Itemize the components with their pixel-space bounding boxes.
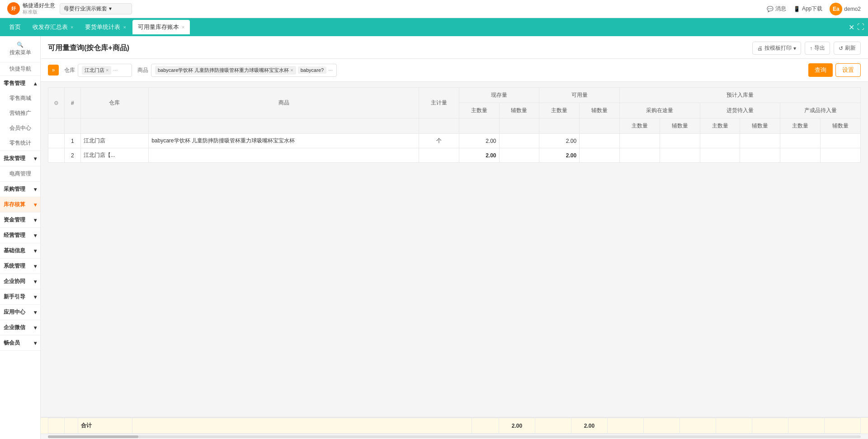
tab-order[interactable]: 要货单统计表 × (80, 20, 131, 34)
search-menu-button[interactable]: 🔍 搜索菜单 (4, 40, 37, 58)
wecom-section-header[interactable]: 企业微信 ▾ (0, 320, 40, 335)
th-stock-main: 主数量 (459, 103, 499, 118)
sidebar-section-wecom: 企业微信 ▾ (0, 320, 40, 335)
inventory-table: ⚙ # 仓库 商品 主计量 现存量 可用量 预计入库量 主数量 辅数量 主数量 (48, 87, 861, 163)
user-profile[interactable]: Ea demo2 (830, 3, 861, 15)
row1-avail-main: 2.00 (539, 134, 580, 148)
row2-purchase-main (620, 148, 660, 163)
sidebar-section-basic: 基础信息 ▾ (0, 243, 40, 259)
warehouse-tag-value: 江北门店 (85, 67, 104, 74)
product-filter-group: 商品 babycare学饮杯 儿童防摔防撞吸管杯重力球吸嘴杯宝宝水杯 × bab… (137, 64, 337, 77)
row2-incoming-main (700, 148, 740, 163)
logo-icon: 好 (7, 2, 20, 15)
nav-tabs: 首页 收发存汇总表 × 要货单统计表 × 可用量库存账本 × ✕ ⛶ (0, 18, 868, 36)
footer-stock-main: 2.00 (499, 418, 535, 434)
th-index: # (65, 88, 81, 118)
th-purchase-aux: 辅数量 (660, 118, 700, 134)
warehouse-tag-close[interactable]: × (106, 67, 108, 73)
tab-inventory[interactable]: 可用量库存账本 × (132, 20, 190, 34)
warehouse-filter-group: 仓库 江北门店 × ··· (64, 64, 132, 77)
finance-section-label: 资金管理 (4, 216, 25, 224)
basic-section-header[interactable]: 基础信息 ▾ (0, 243, 40, 258)
sidebar: 🔍 搜索菜单 快捷导航 零售管理 ▴ 零售商城 营销推广 会员中心 零售统计 批… (0, 36, 41, 439)
sidebar-section-retail: 零售管理 ▴ 零售商城 营销推广 会员中心 零售统计 (0, 76, 40, 151)
close-tab-icon[interactable]: ✕ (849, 23, 854, 32)
sidebar-section-appstore: 应用中心 ▾ (0, 305, 40, 320)
print-icon: 🖨 (757, 45, 763, 52)
top-bar: 好 畅捷通好生意 标准版 母婴行业演示账套 ▾ 💬 消息 📱 App下载 Ea … (0, 0, 868, 18)
scroll-thumb[interactable] (48, 435, 138, 438)
tenant-selector[interactable]: 母婴行业演示账套 ▾ (60, 3, 132, 14)
purchase-section-header[interactable]: 采购管理 ▾ (0, 182, 40, 197)
print-chevron-icon: ▾ (793, 45, 796, 52)
footer-table: 合计 2.00 2.00 (48, 418, 861, 434)
purchase-section-label: 采购管理 (4, 185, 25, 193)
system-section-label: 系统管理 (4, 262, 25, 270)
table-settings-icon[interactable]: ⚙ (54, 100, 59, 106)
row2-warehouse: 江北门店【... (80, 148, 148, 163)
app-download-button[interactable]: 📱 App下载 (793, 5, 822, 13)
tab-home-label: 首页 (9, 23, 21, 31)
th-empty7 (499, 118, 539, 134)
page-header-actions: 🖨 按模板打印 ▾ ↑ 导出 ↺ 刷新 (752, 42, 861, 55)
tab-home[interactable]: 首页 (4, 20, 26, 34)
print-button[interactable]: 🖨 按模板打印 ▾ (752, 42, 801, 55)
product-tag2-value: babycare? (301, 67, 324, 73)
refresh-button[interactable]: ↺ 刷新 (834, 42, 861, 55)
row1-warehouse: 江北门店 (80, 134, 148, 148)
th-avail-aux: 辅数量 (580, 103, 620, 118)
query-button[interactable]: 查询 (808, 63, 833, 77)
purchase-chevron-icon: ▾ (34, 186, 37, 193)
newbie-section-header[interactable]: 新手引导 ▾ (0, 289, 40, 304)
tab-inventory-close[interactable]: × (182, 24, 184, 30)
sidebar-search-area: 🔍 搜索菜单 (0, 36, 40, 62)
scroll-track[interactable] (48, 435, 861, 438)
system-section-header[interactable]: 系统管理 ▾ (0, 259, 40, 274)
sidebar-item-ecommerce[interactable]: 电商管理 (0, 166, 40, 181)
th-empty6 (459, 118, 499, 134)
sidebar-item-retail-mall[interactable]: 零售商城 (0, 91, 40, 106)
retail-section-header[interactable]: 零售管理 ▴ (0, 76, 40, 91)
filter-expand-button[interactable]: » (48, 65, 59, 76)
warehouse-filter-input[interactable]: 江北门店 × ··· (78, 64, 132, 77)
product-filter-input[interactable]: babycare学饮杯 儿童防摔防撞吸管杯重力球吸嘴杯宝宝水杯 × babyca… (151, 64, 337, 77)
sidebar-item-members[interactable]: 会员中心 (0, 121, 40, 136)
warehouse-more-icon[interactable]: ··· (113, 67, 118, 73)
enterprise-section-header[interactable]: 企业协同 ▾ (0, 274, 40, 289)
member-section-header[interactable]: 畅会员 ▾ (0, 335, 40, 350)
th-stock-group: 现存量 (459, 88, 539, 103)
row2-avail-main: 2.00 (539, 148, 580, 163)
inventory-section-label: 库存核算 (4, 201, 25, 208)
sidebar-item-marketing[interactable]: 营销推广 (0, 106, 40, 121)
fullscreen-icon[interactable]: ⛶ (857, 23, 864, 32)
message-label: 消息 (775, 5, 786, 13)
export-button[interactable]: ↑ 导出 (805, 42, 830, 55)
sidebar-section-member: 畅会员 ▾ (0, 335, 40, 351)
tab-order-close[interactable]: × (123, 24, 126, 30)
sidebar-section-system: 系统管理 ▾ (0, 259, 40, 274)
tab-receivable-close[interactable]: × (71, 24, 73, 30)
message-button[interactable]: 💬 消息 (767, 5, 786, 13)
retail-section-label: 零售管理 (4, 80, 25, 87)
th-empty8 (539, 118, 580, 134)
business-section-header[interactable]: 经营管理 ▾ (0, 228, 40, 243)
wholesale-section-header[interactable]: 批发管理 ▾ (0, 151, 40, 166)
th-stock-aux: 辅数量 (499, 103, 539, 118)
row1-incoming-main (700, 134, 740, 148)
tab-receivable[interactable]: 收发存汇总表 × (27, 20, 79, 34)
search-icon: 🔍 (17, 42, 24, 48)
tab-inventory-label: 可用量库存账本 (138, 23, 179, 31)
inventory-section-header[interactable]: 库存核算 ▾ (0, 197, 40, 212)
tab-order-label: 要货单统计表 (85, 23, 120, 31)
scroll-bar-area (41, 434, 868, 439)
product-more-icon[interactable]: ··· (328, 67, 333, 73)
quick-nav-button[interactable]: 快捷导航 (0, 62, 40, 76)
finance-section-header[interactable]: 资金管理 ▾ (0, 212, 40, 227)
sidebar-item-retail-stats[interactable]: 零售统计 (0, 136, 40, 151)
row2-stock-main: 2.00 (459, 148, 499, 163)
product-tag-close[interactable]: × (290, 67, 293, 73)
appstore-section-header[interactable]: 应用中心 ▾ (0, 305, 40, 320)
settings-button[interactable]: 设置 (835, 63, 861, 77)
row1-purchase-aux (660, 134, 700, 148)
footer-purchase-aux (680, 418, 716, 434)
